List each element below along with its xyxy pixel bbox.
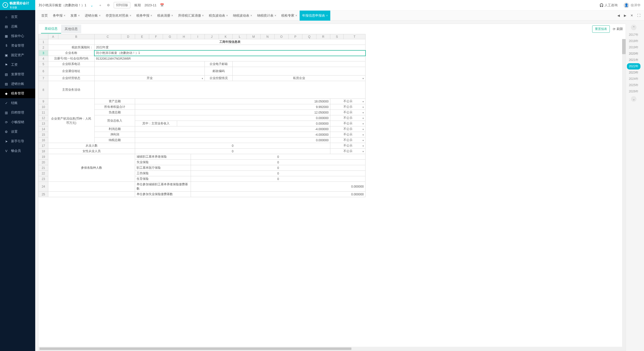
sidebar-item-1[interactable]: ▤总账 bbox=[0, 22, 35, 31]
publicity-select[interactable]: 不公示 bbox=[330, 115, 366, 121]
tab-6[interactable]: 税表清册× bbox=[155, 11, 176, 21]
sub-revenue-value[interactable]: 0.000000 bbox=[177, 121, 330, 126]
reg-no-value[interactable]: 91320811MA7NGR2W6R bbox=[94, 56, 365, 61]
vertical-scrollbar[interactable] bbox=[622, 39, 626, 347]
tab-3[interactable]: 进销台账× bbox=[82, 11, 103, 21]
tab-12[interactable]: 年报信息申报表× bbox=[300, 11, 330, 21]
row-header[interactable]: 20 bbox=[39, 160, 48, 165]
col-header[interactable]: N bbox=[261, 34, 274, 39]
col-header[interactable]: E bbox=[135, 34, 149, 39]
tab-1[interactable]: 务申报× bbox=[50, 11, 68, 21]
close-icon[interactable]: × bbox=[226, 14, 228, 17]
addr-value[interactable] bbox=[94, 67, 205, 76]
close-icon[interactable]: × bbox=[150, 14, 152, 17]
sidebar-item-12[interactable]: ⚙设置 bbox=[0, 127, 35, 136]
col-header[interactable]: P bbox=[288, 34, 302, 39]
col-header[interactable]: F bbox=[149, 34, 163, 39]
asset-row-value[interactable]: 9.992000 bbox=[135, 104, 330, 110]
sidebar-item-10[interactable]: ▥归档管理 bbox=[0, 108, 35, 117]
tab-11[interactable]: 税检专家× bbox=[279, 11, 300, 21]
sidebar-item-0[interactable]: ⌂首页 bbox=[0, 12, 35, 22]
tabs-expand-icon[interactable]: ⛶ bbox=[636, 13, 641, 18]
user-menu[interactable]: 👤 徐泽华 bbox=[624, 3, 640, 8]
year-up-icon[interactable]: ⌃ bbox=[631, 25, 636, 30]
main-biz-value[interactable] bbox=[94, 81, 365, 99]
close-icon[interactable]: × bbox=[130, 14, 131, 17]
close-icon[interactable]: × bbox=[326, 14, 328, 17]
asset-row-value[interactable]: 0.000000 bbox=[135, 137, 330, 143]
tab-5[interactable]: 税务申报× bbox=[134, 11, 155, 21]
row-header[interactable]: 23 bbox=[39, 176, 48, 182]
year-option[interactable]: 2021年 bbox=[627, 57, 641, 63]
row-header[interactable]: 19 bbox=[39, 154, 48, 160]
asset-row-value[interactable]: 12.050000 bbox=[135, 110, 330, 115]
tab-10[interactable]: 纳税统计表× bbox=[255, 11, 279, 21]
publicity-select[interactable]: 不公示 bbox=[330, 137, 366, 143]
year-option[interactable]: 2022年 bbox=[627, 63, 641, 69]
insurance-value[interactable]: 0 bbox=[191, 160, 366, 165]
row-header[interactable]: 5 bbox=[39, 61, 48, 67]
old-version-button[interactable]: 切到旧版 bbox=[114, 2, 130, 8]
insurance-value[interactable]: 0 bbox=[191, 171, 366, 176]
row-header[interactable]: 7 bbox=[39, 76, 48, 81]
row-header[interactable]: 13 bbox=[39, 121, 48, 126]
col-header[interactable]: R bbox=[316, 34, 330, 39]
year-option[interactable]: 2025年 bbox=[627, 82, 641, 88]
holding-select[interactable]: 私营企业 bbox=[233, 76, 366, 81]
corner-cell[interactable] bbox=[39, 34, 48, 39]
row-header[interactable]: 6 bbox=[39, 67, 48, 76]
publicity-select[interactable]: 不公示 bbox=[330, 143, 366, 149]
row-header[interactable]: 2 bbox=[39, 45, 48, 50]
col-header[interactable]: T bbox=[344, 34, 366, 39]
sidebar-item-4[interactable]: ▣固定资产 bbox=[0, 50, 35, 60]
col-header[interactable]: H bbox=[177, 34, 191, 39]
sidebar-item-9[interactable]: ✓结账 bbox=[0, 98, 35, 108]
asset-row-value[interactable]: -4.000000 bbox=[135, 126, 330, 132]
tab-7[interactable]: 所得税汇算清缴× bbox=[176, 11, 206, 21]
tab-2[interactable]: 发票× bbox=[68, 11, 82, 21]
col-header[interactable]: Q bbox=[302, 34, 316, 39]
calendar-icon[interactable]: 📅 bbox=[160, 3, 164, 7]
year-option[interactable]: 2023年 bbox=[627, 69, 641, 76]
refresh-button[interactable]: ⟳ 刷新 bbox=[613, 27, 623, 31]
tax-period-value[interactable]: 2022年度 bbox=[94, 45, 365, 50]
sidebar-item-8[interactable]: ◆税务管理 bbox=[0, 89, 35, 98]
tab-4[interactable]: 存货别名对照表× bbox=[103, 11, 134, 21]
account-selector[interactable]: 刘小艳演示账套（勿删勿动！）1 bbox=[39, 3, 86, 8]
sidebar-item-11[interactable]: ⟳小畅报销 bbox=[0, 117, 35, 127]
email-value[interactable] bbox=[233, 61, 366, 67]
row-header[interactable]: 24 bbox=[39, 182, 48, 192]
row-header[interactable]: 9 bbox=[39, 99, 48, 104]
row-header[interactable]: 22 bbox=[39, 171, 48, 176]
gear-icon[interactable]: ⚙ bbox=[106, 3, 111, 7]
sidebar-item-5[interactable]: ⚑工资 bbox=[0, 60, 35, 69]
support-button[interactable]: 🎧 人工咨询 bbox=[599, 3, 618, 8]
horizontal-scrollbar[interactable] bbox=[38, 347, 626, 351]
sidebar-item-14[interactable]: V畅会员 bbox=[0, 146, 35, 156]
col-header[interactable]: A bbox=[48, 34, 58, 39]
col-header[interactable]: K bbox=[219, 34, 232, 39]
row-header[interactable]: 12 bbox=[39, 115, 48, 121]
sidebar-item-6[interactable]: ▧发票管理 bbox=[0, 69, 35, 79]
publicity-select[interactable]: 不公示 bbox=[330, 126, 366, 132]
close-icon[interactable]: × bbox=[202, 14, 204, 17]
insurance-value[interactable]: 0 bbox=[191, 154, 366, 160]
sidebar-item-7[interactable]: ▨进销台账 bbox=[0, 79, 35, 89]
row-header[interactable]: 3 bbox=[39, 50, 48, 56]
close-icon[interactable]: × bbox=[171, 14, 173, 17]
row-header[interactable]: 1 bbox=[39, 39, 48, 45]
tab-8[interactable]: 税负波动表× bbox=[206, 11, 230, 21]
col-header[interactable]: G bbox=[163, 34, 177, 39]
publicity-select[interactable]: 不公示 bbox=[330, 104, 366, 110]
tab-0[interactable]: 首页 bbox=[39, 11, 50, 21]
tabs-close-icon[interactable]: ✕ bbox=[629, 13, 634, 18]
close-icon[interactable]: × bbox=[295, 14, 297, 17]
asset-row-value[interactable]: -4.000000 bbox=[135, 132, 330, 137]
grid-scroll[interactable]: ABCDEFGHIJKLMNOPQRST 1工商年报信息表2税款所属期间：202… bbox=[38, 34, 626, 347]
publicity-select[interactable]: 不公示 bbox=[330, 149, 366, 154]
postal-value[interactable] bbox=[233, 67, 366, 76]
col-header[interactable]: S bbox=[330, 34, 344, 39]
publicity-select[interactable]: 不公示 bbox=[330, 110, 366, 115]
sidebar-item-2[interactable]: ▦报表中心 bbox=[0, 31, 35, 41]
row-header[interactable]: 21 bbox=[39, 165, 48, 171]
